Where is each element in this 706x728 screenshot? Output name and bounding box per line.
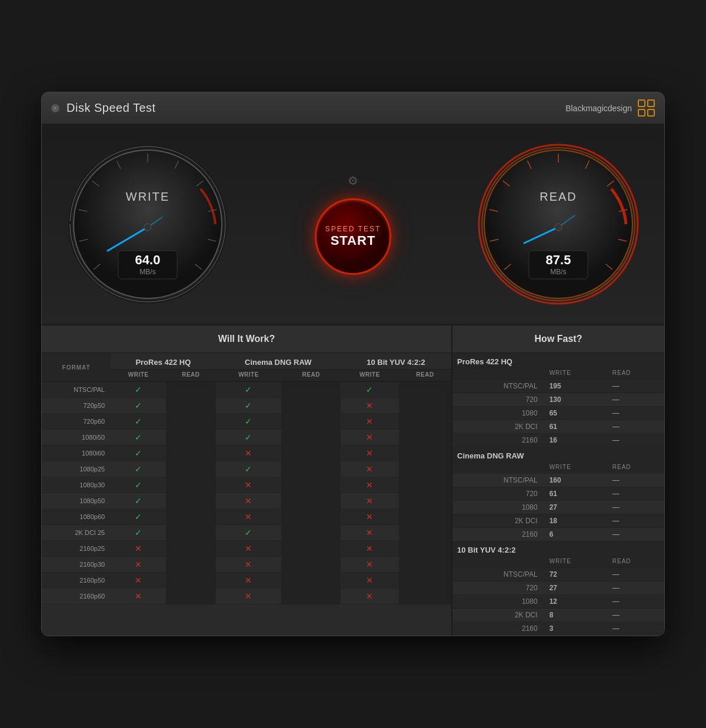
hf-write-cell: 27 xyxy=(545,581,608,595)
hf-format-cell: 720 xyxy=(452,393,545,407)
start-button-label2: START xyxy=(331,233,376,248)
cross-cell: ✕ xyxy=(341,398,399,414)
hf-data-row: 720 27 — xyxy=(452,581,664,595)
table-row: 1080p50 ✓ ✕ ✕ xyxy=(42,493,451,509)
app-title: Disk Speed Test xyxy=(66,101,156,115)
hf-read-cell: — xyxy=(608,434,664,447)
empty-cell xyxy=(399,541,451,557)
hf-write-cell: 3 xyxy=(545,622,608,636)
svg-text:MB/s: MB/s xyxy=(550,268,566,276)
cross-cell: ✕ xyxy=(341,541,399,557)
empty-cell xyxy=(166,509,215,525)
check-cell: ✓ xyxy=(111,461,166,477)
empty-cell xyxy=(166,573,215,589)
check-cell: ✓ xyxy=(111,493,166,509)
empty-cell xyxy=(399,589,451,604)
check-cell: ✓ xyxy=(111,414,166,430)
hf-data-row: 2160 16 — xyxy=(452,434,664,447)
empty-cell xyxy=(399,430,451,446)
check-icon: ✓ xyxy=(135,496,142,506)
group-name-cell: Cinema DNG RAW xyxy=(452,447,664,463)
cross-cell: ✕ xyxy=(111,541,166,557)
how-fast-tbody: ProRes 422 HQ WRITE READ NTSC/PAL 195 — … xyxy=(452,353,664,636)
read-gauge-container: 87.5 MB/s READ xyxy=(476,142,641,307)
cross-cell: ✕ xyxy=(111,589,166,604)
hf-read-sub: READ xyxy=(608,368,664,380)
hf-read-cell: — xyxy=(608,380,664,393)
hf-read-cell: — xyxy=(608,514,664,528)
start-button-label1: SPEED TEST xyxy=(325,225,381,233)
cross-cell: ✕ xyxy=(216,541,282,557)
cross-cell: ✕ xyxy=(341,525,399,541)
start-button[interactable]: SPEED TEST START xyxy=(315,198,391,275)
cross-cell: ✕ xyxy=(341,477,399,493)
empty-cell xyxy=(399,382,451,398)
cross-icon: ✕ xyxy=(135,576,142,585)
will-it-work-panel: Will It Work? FORMAT ProRes 422 HQ Cinem… xyxy=(42,325,452,636)
hf-write-sub: WRITE xyxy=(545,557,608,568)
brand-square-4 xyxy=(647,109,655,117)
hf-group-header: ProRes 422 HQ xyxy=(452,353,664,368)
check-icon: ✓ xyxy=(245,401,252,410)
hf-read-cell: — xyxy=(608,568,664,581)
hf-format-cell: 720 xyxy=(452,487,545,501)
cross-cell: ✕ xyxy=(216,446,282,461)
hf-data-row: 720 130 — xyxy=(452,393,664,407)
hf-data-row: 2160 3 — xyxy=(452,622,664,636)
gear-icon[interactable]: ⚙ xyxy=(348,174,358,188)
svg-text:WRITE: WRITE xyxy=(126,190,169,203)
cross-icon: ✕ xyxy=(245,591,252,601)
empty-cell xyxy=(166,430,215,446)
hf-data-row: 2K DCI 61 — xyxy=(452,420,664,434)
cross-icon: ✕ xyxy=(366,576,373,585)
empty-cell xyxy=(281,493,340,509)
close-button[interactable]: ✕ xyxy=(51,104,59,112)
hf-group-header: Cinema DNG RAW xyxy=(452,447,664,463)
title-bar-left: ✕ Disk Speed Test xyxy=(51,101,156,115)
brand-square-3 xyxy=(638,109,645,117)
hf-write-cell: 160 xyxy=(545,474,608,487)
empty-cell xyxy=(281,477,340,493)
check-icon: ✓ xyxy=(135,448,142,458)
cross-cell: ✕ xyxy=(341,557,399,573)
hf-read-cell: — xyxy=(608,393,664,407)
check-cell: ✓ xyxy=(216,461,282,477)
svg-text:READ: READ xyxy=(540,190,577,203)
hf-data-row: 720 61 — xyxy=(452,487,664,501)
format-cell: 1080i50 xyxy=(42,430,111,446)
format-cell: 1080p30 xyxy=(42,477,111,493)
format-cell: 1080p50 xyxy=(42,493,111,509)
yuv-read-sub: READ xyxy=(399,370,451,382)
table-row: 720p50 ✓ ✓ ✕ xyxy=(42,398,451,414)
check-icon: ✓ xyxy=(135,417,142,426)
data-section: Will It Work? FORMAT ProRes 422 HQ Cinem… xyxy=(42,325,664,636)
format-cell: 1080i60 xyxy=(42,446,111,461)
check-cell: ✓ xyxy=(341,382,399,398)
cross-icon: ✕ xyxy=(366,480,373,490)
check-icon: ✓ xyxy=(245,417,252,426)
cross-icon: ✕ xyxy=(366,417,373,426)
check-cell: ✓ xyxy=(216,398,282,414)
brand-square-1 xyxy=(638,99,645,107)
hf-format-sub xyxy=(452,463,545,474)
table-row: 2160p30 ✕ ✕ ✕ xyxy=(42,557,451,573)
cross-icon: ✕ xyxy=(245,576,252,585)
empty-cell xyxy=(281,557,340,573)
empty-cell xyxy=(166,589,215,604)
empty-cell xyxy=(281,446,340,461)
cross-icon: ✕ xyxy=(245,480,252,490)
cross-icon: ✕ xyxy=(366,496,373,506)
cross-icon: ✕ xyxy=(135,544,142,553)
hf-read-cell: — xyxy=(608,407,664,420)
hf-write-cell: 6 xyxy=(545,528,608,541)
check-icon: ✓ xyxy=(135,433,142,442)
hf-read-cell: — xyxy=(608,581,664,595)
empty-cell xyxy=(166,414,215,430)
cdng-write-sub: WRITE xyxy=(216,370,282,382)
empty-cell xyxy=(399,446,451,461)
table-row: 1080p60 ✓ ✕ ✕ xyxy=(42,509,451,525)
empty-cell xyxy=(166,461,215,477)
hf-format-cell: 1080 xyxy=(452,595,545,609)
hf-read-cell: — xyxy=(608,622,664,636)
hf-format-cell: 2K DCI xyxy=(452,420,545,434)
